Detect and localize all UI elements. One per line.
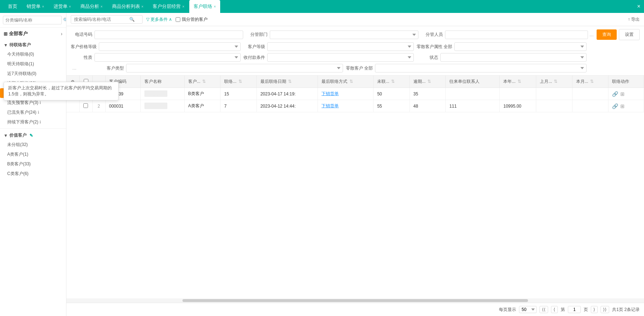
td-code-1: 000031 bbox=[105, 100, 141, 112]
th-name: 客户名称 bbox=[141, 76, 185, 88]
customer-type-select[interactable] bbox=[126, 64, 343, 72]
nav-purchase-order[interactable]: 进货单 × bbox=[49, 0, 75, 13]
td-action-0: 🔗 ⊞ bbox=[608, 88, 644, 100]
first-page-btn[interactable]: ⟨⟨ bbox=[539, 306, 548, 313]
filter-more-dots: … bbox=[71, 66, 99, 71]
info-icon-3[interactable]: ℹ bbox=[38, 110, 39, 114]
nav-close-product-list[interactable]: × bbox=[142, 5, 144, 9]
sidebar-item-tomorrow[interactable]: 明天待联络(1) bbox=[0, 59, 66, 69]
td-no-contact-0: 50 bbox=[374, 88, 410, 100]
next-page-btn[interactable]: ⟩ bbox=[591, 306, 598, 313]
more-dots[interactable]: … bbox=[71, 66, 78, 71]
sidebar-item-churned[interactable]: 已流失客户(24) ℹ bbox=[0, 108, 66, 117]
main-layout: 🔍 ⊞ 全部客户 › ▼ 待联络客户 今天待联络(0) 明天待联络(1) 近7天… bbox=[0, 13, 644, 316]
search-icon[interactable]: 🔍 bbox=[129, 17, 135, 22]
filter-nature: 性质 bbox=[71, 53, 241, 62]
td-last-method-1: 下销货单 bbox=[318, 100, 374, 112]
sidebar-search-icon[interactable]: 🔍 bbox=[63, 18, 66, 23]
td-this-year-1: 10995.00 bbox=[500, 100, 536, 112]
edit-icon[interactable]: ✎ bbox=[29, 133, 33, 138]
customer-table: ⚙ 客户编码 客户名称 客户... ⇅ 联络... ⇅ 最后联络日期 ⇅ 最后联… bbox=[66, 76, 644, 112]
nav-customer-tier[interactable]: 客户分层经营 × bbox=[148, 0, 189, 13]
page-end-label: 页 bbox=[584, 307, 588, 313]
action-grid-icon-1[interactable]: ⊞ bbox=[620, 103, 625, 109]
horizontal-scrollbar[interactable] bbox=[66, 298, 644, 303]
nav-close-sales[interactable]: × bbox=[42, 5, 44, 9]
sidebar-item-b-class[interactable]: B类客户(33) bbox=[0, 159, 66, 169]
filter-customer-level: 客户等级 bbox=[244, 42, 413, 51]
value-customers-title[interactable]: ▼ 价值客户 ✎ bbox=[0, 130, 66, 140]
phone-input[interactable] bbox=[94, 30, 243, 39]
query-button[interactable]: 查询 bbox=[597, 29, 617, 40]
filter-price-level: 客户价格等级 bbox=[71, 42, 241, 51]
td-type-1: A类客户 bbox=[184, 100, 221, 112]
td-this-month-0 bbox=[572, 88, 608, 100]
th-no-contact: 未联... ⇅ bbox=[374, 76, 410, 88]
table-footer: 每页显示 50 100 200 ⟨⟨ ⟨ 第 页 ⟩ ⟩⟩ 共1页 2条记录 bbox=[66, 303, 644, 316]
person-dots[interactable]: … bbox=[589, 32, 594, 37]
collapse-icon[interactable]: › bbox=[61, 31, 62, 37]
sidebar-item-7days[interactable]: 近7天待联络(0) bbox=[0, 69, 66, 79]
nav-product-analysis[interactable]: 商品分析 × bbox=[76, 0, 107, 13]
sidebar-item-today[interactable]: 今天待联络(0) bbox=[0, 49, 66, 59]
nav-product-list[interactable]: 商品分析列表 × bbox=[108, 0, 148, 13]
nav-sales-order[interactable]: 销货单 × bbox=[22, 0, 48, 13]
td-name-1: 名称 bbox=[141, 100, 185, 112]
retail-customer-select[interactable] bbox=[375, 64, 587, 72]
advanced-filters: 电话号码 分管部门 分管人员 … bbox=[66, 26, 644, 76]
nav-close-contact[interactable]: × bbox=[214, 5, 216, 9]
sidebar-search-input[interactable] bbox=[3, 16, 62, 24]
td-this-month-1 bbox=[572, 100, 608, 112]
sidebar-item-declining[interactable]: 持续下滑客户(2) ℹ bbox=[0, 117, 66, 127]
price-level-select[interactable] bbox=[99, 42, 241, 51]
sidebar-divider bbox=[0, 128, 66, 129]
value-customers-group: ▼ 价值客户 ✎ 未分组(32) A类客户(1) B类客户(33) C类客户(6… bbox=[0, 130, 66, 179]
retail-attr-select[interactable] bbox=[454, 42, 587, 51]
dept-select[interactable] bbox=[270, 30, 418, 39]
all-customers-header[interactable]: ⊞ 全部客户 › bbox=[0, 28, 66, 40]
person-input[interactable] bbox=[445, 30, 588, 39]
my-customers-checkbox[interactable]: 我分管的客户 bbox=[176, 16, 208, 23]
more-conditions-btn[interactable]: ▽ 更多条件 ∧ bbox=[146, 16, 172, 23]
td-settings-1 bbox=[66, 100, 79, 112]
th-action: 联络动作 bbox=[608, 76, 644, 88]
last-page-btn[interactable]: ⟩⟩ bbox=[601, 306, 609, 313]
export-button[interactable]: ↑ 导出 bbox=[628, 16, 640, 23]
filter-row-1: 电话号码 分管部门 分管人员 … bbox=[71, 29, 640, 40]
filter-row-2: 客户价格等级 客户等级 零散客户属性 全部 bbox=[71, 42, 640, 51]
status-select[interactable] bbox=[440, 53, 587, 62]
action-link-icon-0[interactable]: 🔗 bbox=[612, 91, 618, 97]
setting-button[interactable]: 设置 bbox=[619, 29, 640, 40]
filter-person: 分管人员 … bbox=[421, 30, 594, 39]
th-type: 客户... ⇅ bbox=[184, 76, 221, 88]
nature-select[interactable] bbox=[94, 53, 241, 62]
close-all-button[interactable]: × bbox=[637, 3, 640, 10]
nav-close-product[interactable]: × bbox=[101, 5, 103, 9]
payment-select[interactable] bbox=[267, 53, 413, 62]
page-input[interactable] bbox=[568, 306, 581, 313]
row-checkbox-1[interactable] bbox=[83, 103, 88, 108]
nav-close-tier[interactable]: × bbox=[182, 5, 184, 9]
customer-level-select[interactable] bbox=[267, 42, 413, 51]
table-row: 2 000031 名称 A类客户 7 2023-04-12 14:44: 下销货… bbox=[66, 100, 644, 112]
per-page-select[interactable]: 50 100 200 bbox=[519, 306, 537, 313]
nav-home[interactable]: 首页 bbox=[4, 0, 22, 13]
main-search-input[interactable] bbox=[74, 17, 128, 22]
sidebar-item-ungroup[interactable]: 未分组(32) bbox=[0, 140, 66, 150]
sidebar-item-c-class[interactable]: C类客户(6) bbox=[0, 169, 66, 179]
nav-customer-contact[interactable]: 客户联络 × bbox=[189, 0, 220, 13]
my-customers-check[interactable] bbox=[176, 17, 180, 22]
action-link-icon-1[interactable]: 🔗 bbox=[612, 103, 618, 109]
action-grid-icon-0[interactable]: ⊞ bbox=[620, 91, 625, 97]
nav-close-purchase[interactable]: × bbox=[69, 5, 71, 9]
info-icon-2[interactable]: ℹ bbox=[40, 100, 41, 105]
page-label: 第 bbox=[561, 307, 565, 313]
td-contact-0: 15 bbox=[221, 88, 257, 100]
td-last-date-1: 2023-04-12 14:44: bbox=[256, 100, 318, 112]
info-icon-4[interactable]: ℹ bbox=[40, 120, 41, 124]
table-row: 1 000039 名称 B类客户 15 2023-04-17 14:19: 下销… bbox=[66, 88, 644, 100]
pending-contact-title[interactable]: ▼ 待联络客户 bbox=[0, 40, 66, 49]
sidebar-item-a-class[interactable]: A类客户(1) bbox=[0, 150, 66, 159]
scroll-thumb[interactable] bbox=[182, 299, 528, 302]
prev-page-btn[interactable]: ⟨ bbox=[551, 306, 558, 313]
